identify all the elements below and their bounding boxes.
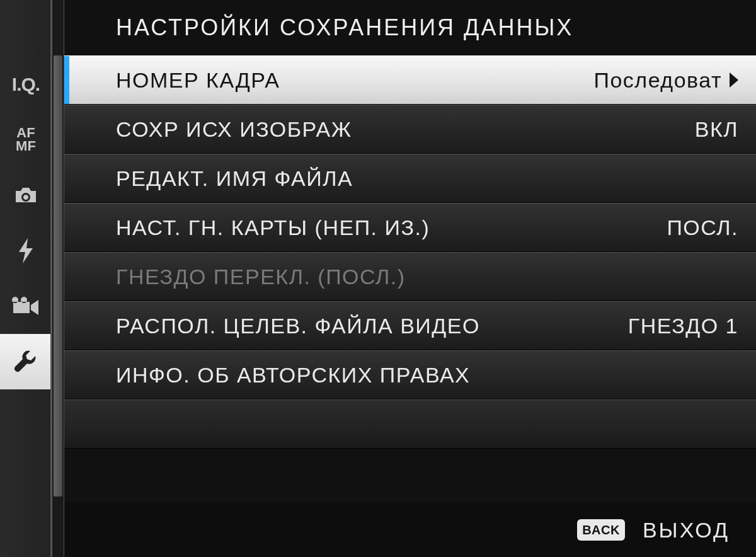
tab-af-mf[interactable]: AF MF [0, 112, 52, 168]
tab-image-quality[interactable]: I.Q. [0, 57, 52, 112]
tab-mf-label: MF [16, 140, 36, 153]
tab-setup[interactable] [0, 334, 52, 389]
menu-list: НОМЕР КАДРА Последоват СОХР ИСХ ИЗОБРАЖ … [64, 55, 756, 503]
menu-item-label: СОХР ИСХ ИЗОБРАЖ [116, 117, 682, 142]
menu-item-edit-filename[interactable]: РЕДАКТ. ИМЯ ФАЙЛА [64, 154, 756, 203]
tab-flash[interactable] [0, 223, 52, 278]
exit-label[interactable]: ВЫХОД [643, 518, 730, 543]
camera-menu-screen: I.Q. AF MF [0, 0, 756, 557]
movie-camera-icon [12, 297, 40, 316]
menu-item-value: ГНЕЗДО 1 [628, 314, 738, 338]
page-title: НАСТРОЙКИ СОХРАНЕНИЯ ДАННЫХ [64, 0, 756, 55]
menu-item-label: ГНЕЗДО ПЕРЕКЛ. (ПОСЛ.) [116, 265, 726, 289]
menu-item-switch-slot: ГНЕЗДО ПЕРЕКЛ. (ПОСЛ.) [64, 252, 756, 301]
tab-shooting[interactable] [0, 168, 52, 223]
chevron-right-icon [730, 72, 738, 88]
menu-footer: BACK ВЫХОД [64, 503, 756, 557]
menu-item-label: НОМЕР КАДРА [116, 68, 581, 93]
tab-movie[interactable] [0, 278, 52, 334]
camera-icon [13, 186, 38, 205]
menu-item-empty [64, 399, 756, 449]
menu-item-video-file-dest[interactable]: РАСПОЛ. ЦЕЛЕВ. ФАЙЛА ВИДЕО ГНЕЗДО 1 [64, 301, 756, 350]
menu-item-label: РЕДАКТ. ИМЯ ФАЙЛА [116, 166, 726, 191]
menu-item-frame-number[interactable]: НОМЕР КАДРА Последоват [64, 55, 756, 105]
menu-item-label: ИНФО. ОБ АВТОРСКИХ ПРАВАХ [116, 363, 726, 388]
menu-item-save-original[interactable]: СОХР ИСХ ИЗОБРАЖ ВКЛ [64, 105, 756, 154]
menu-item-label: РАСПОЛ. ЦЕЛЕВ. ФАЙЛА ВИДЕО [116, 314, 616, 338]
menu-tabstrip: I.Q. AF MF [0, 0, 52, 557]
menu-scroll-thumb[interactable] [54, 55, 62, 497]
tab-iq-label: I.Q. [12, 74, 40, 95]
menu-main-panel: НАСТРОЙКИ СОХРАНЕНИЯ ДАННЫХ НОМЕР КАДРА … [64, 0, 756, 557]
menu-item-value: ВКЛ [695, 117, 738, 142]
menu-scroll-track[interactable] [52, 0, 64, 557]
menu-item-value: ПОСЛ. [667, 215, 738, 240]
back-button[interactable]: BACK [577, 519, 625, 541]
flash-icon [18, 238, 34, 263]
menu-item-value: Последоват [593, 68, 722, 93]
wrench-icon [13, 349, 38, 374]
menu-item-copyright-info[interactable]: ИНФО. ОБ АВТОРСКИХ ПРАВАХ [64, 350, 756, 399]
menu-item-card-slot-setting[interactable]: НАСТ. ГН. КАРТЫ (НЕП. ИЗ.) ПОСЛ. [64, 203, 756, 252]
menu-item-label: НАСТ. ГН. КАРТЫ (НЕП. ИЗ.) [116, 215, 654, 240]
